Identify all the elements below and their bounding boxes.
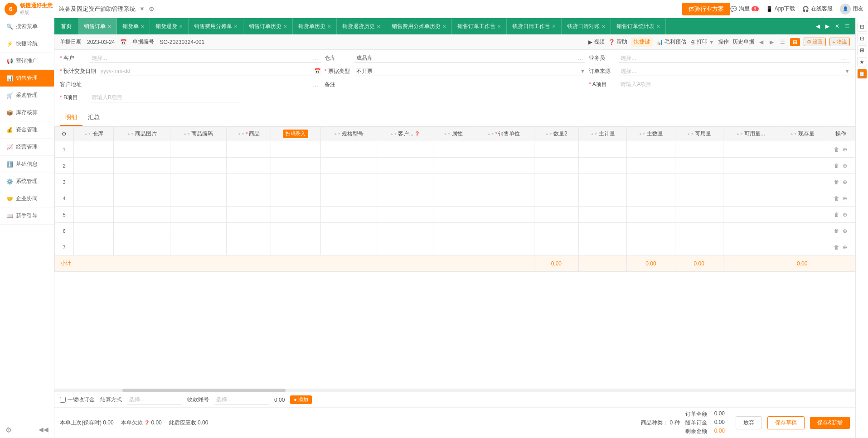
row-copy-btn-2[interactable]: ⊕ xyxy=(843,163,847,169)
row-attr-1[interactable] xyxy=(433,141,473,158)
row-product-img-7[interactable] xyxy=(114,239,170,255)
sort-customer-code-icon[interactable]: ▲▼ xyxy=(390,132,398,136)
row-main-unit-1[interactable] xyxy=(578,141,626,158)
row-attr-2[interactable] xyxy=(433,158,473,174)
row-stock-1[interactable] xyxy=(778,141,826,158)
row-sales-unit-3[interactable] xyxy=(473,174,534,190)
sort-main-unit-icon[interactable]: ▲▼ xyxy=(591,132,598,136)
row-spec-7[interactable] xyxy=(320,239,377,255)
row-product-7[interactable] xyxy=(226,239,271,255)
sort-product-icon[interactable]: ▲▼ xyxy=(238,132,245,136)
row-product-code-2[interactable] xyxy=(170,158,226,174)
row-main-qty-5[interactable] xyxy=(627,207,675,223)
row-customer-code-4[interactable] xyxy=(377,190,433,207)
customer-address-input[interactable] xyxy=(90,80,311,89)
close-tab-order-history[interactable]: ✕ xyxy=(283,24,287,29)
row-stock-6[interactable] xyxy=(778,223,826,239)
one-click-checkbox[interactable] xyxy=(60,397,66,403)
scroll-thumb[interactable] xyxy=(122,389,286,392)
row-product-img-4[interactable] xyxy=(114,190,170,207)
close-tab-expense[interactable]: ✕ xyxy=(234,24,238,29)
tab-close-all-btn[interactable]: ✕ xyxy=(833,22,841,30)
right-panel-btn-4[interactable]: ★ xyxy=(857,57,867,67)
prev-record-btn[interactable]: ◀ xyxy=(758,39,765,45)
sort-attr-icon[interactable]: ▲▼ xyxy=(444,132,451,136)
row-main-qty-2[interactable] xyxy=(627,158,675,174)
staff-ellipsis-btn[interactable]: … xyxy=(840,54,850,62)
row-spec-3[interactable] xyxy=(320,174,377,190)
sidebar-item-search[interactable]: 🔍 搜索菜单 xyxy=(0,18,54,35)
grid-view-btn[interactable]: ☰ xyxy=(779,39,786,45)
right-panel-btn-3[interactable]: ⊞ xyxy=(857,45,867,55)
row-qty2-1[interactable] xyxy=(534,141,578,158)
close-tab-return-history[interactable]: ✕ xyxy=(377,24,380,29)
sidebar-item-guide[interactable]: 📖 新手引导 xyxy=(0,207,54,225)
print-dropdown-icon[interactable]: ▼ xyxy=(709,39,714,45)
row-sales-unit-1[interactable] xyxy=(473,141,534,158)
tab-summary[interactable]: 汇总 xyxy=(82,110,105,126)
row-available2-4[interactable] xyxy=(723,190,778,207)
add-payment-btn[interactable]: ● 添加 xyxy=(290,395,312,404)
messages-btn[interactable]: 💬 淘里 9 xyxy=(730,5,759,13)
sidebar-item-marketing[interactable]: 📢 营销推广 xyxy=(0,53,54,70)
sidebar-item-purchase[interactable]: 🛒 采购管理 xyxy=(0,87,54,104)
row-main-unit-6[interactable] xyxy=(578,223,626,239)
project-b-input[interactable] xyxy=(90,93,241,102)
row-delete-btn-7[interactable]: 🗑 xyxy=(834,244,839,250)
close-tab-sales-order[interactable]: ✕ xyxy=(107,24,111,29)
warehouse-ellipsis-btn[interactable]: … xyxy=(575,54,585,62)
row-customer-code-2[interactable] xyxy=(377,158,433,174)
tab-invoice-history[interactable]: 销货单历史 ✕ xyxy=(293,18,337,34)
row-attr-5[interactable] xyxy=(433,207,473,223)
collapse-sidebar-btn[interactable]: ◀◀ xyxy=(39,426,48,434)
row-product-6[interactable] xyxy=(226,223,271,239)
tab-order-history[interactable]: 销售订单历史 ✕ xyxy=(243,18,293,34)
row-available-1[interactable] xyxy=(675,141,723,158)
row-product-code-6[interactable] xyxy=(170,223,226,239)
tab-invoice[interactable]: 销货单 ✕ xyxy=(117,18,150,34)
row-sales-unit-4[interactable] xyxy=(473,190,534,207)
sidebar-item-inventory[interactable]: 📦 库存核算 xyxy=(0,104,54,121)
sidebar-item-collab[interactable]: 🤝 企业协同 xyxy=(0,190,54,207)
row-available2-5[interactable] xyxy=(723,207,778,223)
discard-btn[interactable]: 放弃 xyxy=(736,416,762,429)
row-customer-code-1[interactable] xyxy=(377,141,433,158)
close-tab-daily-reconcile[interactable]: ✕ xyxy=(601,24,605,29)
sort-available-icon[interactable]: ▲▼ xyxy=(687,132,694,136)
row-product-3[interactable] xyxy=(226,174,271,190)
sort-qty2-icon[interactable]: ▲▼ xyxy=(545,132,553,136)
row-attr-7[interactable] xyxy=(433,239,473,255)
close-tab-return[interactable]: ✕ xyxy=(179,24,183,29)
row-main-qty-7[interactable] xyxy=(627,239,675,255)
tab-daily-reconcile[interactable]: 钱货日清对账 ✕ xyxy=(562,18,611,34)
sidebar-item-system[interactable]: ⚙️ 系统管理 xyxy=(0,173,54,190)
tab-next-btn[interactable]: ▶ xyxy=(824,22,831,30)
scroll-bar[interactable] xyxy=(54,389,855,392)
row-main-unit-4[interactable] xyxy=(578,190,626,207)
row-product-img-2[interactable] xyxy=(114,158,170,174)
row-available2-2[interactable] xyxy=(723,158,778,174)
history-btn[interactable]: 历史单据 xyxy=(732,38,754,46)
tab-return[interactable]: 销货退货 ✕ xyxy=(150,18,189,34)
row-available-4[interactable] xyxy=(675,190,723,207)
customer-input[interactable] xyxy=(90,53,311,63)
sidebar-item-operations[interactable]: 📈 经营管理 xyxy=(0,139,54,156)
row-stock-3[interactable] xyxy=(778,174,826,190)
save-new-btn[interactable]: 保存&新增 xyxy=(810,417,850,429)
customer-code-help-icon[interactable]: ❓ xyxy=(414,131,420,136)
settings-icon[interactable]: ⚙ xyxy=(149,5,155,13)
tab-detail[interactable]: 明细 xyxy=(60,110,82,126)
row-delete-btn-6[interactable]: 🗑 xyxy=(834,228,839,234)
save-draft-btn[interactable]: 保存草稿 xyxy=(767,416,805,429)
sort-spec-icon[interactable]: ▲▼ xyxy=(334,132,341,136)
row-spec-5[interactable] xyxy=(320,207,377,223)
row-available2-1[interactable] xyxy=(723,141,778,158)
sort-product-img-icon[interactable]: ▲▼ xyxy=(127,132,134,136)
tab-expense[interactable]: 销售费用分摊单 ✕ xyxy=(189,18,243,34)
operate-btn[interactable]: 操作 xyxy=(718,38,729,46)
tab-sales-order[interactable]: 销售订单 ✕ xyxy=(78,18,117,34)
tab-prev-btn[interactable]: ◀ xyxy=(814,22,822,30)
help-btn[interactable]: ❓ 帮助 xyxy=(608,38,627,46)
row-qty2-3[interactable] xyxy=(534,174,578,190)
support-btn[interactable]: 🎧 在线客服 xyxy=(802,5,833,13)
